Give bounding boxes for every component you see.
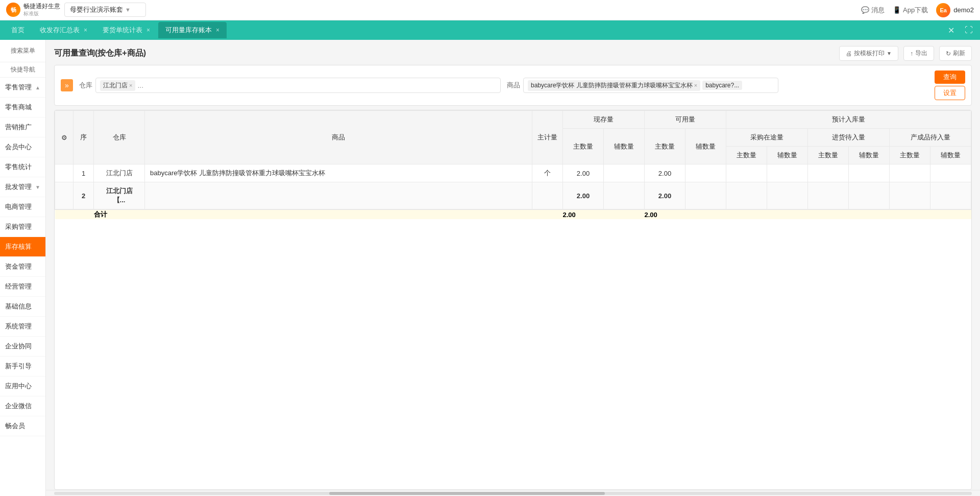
sidebar-item-app-center[interactable]: 应用中心 [0, 376, 45, 396]
sidebar-item-label: 系统管理 [5, 322, 32, 331]
product-tag-1-close[interactable]: × [694, 82, 697, 88]
warehouse-filter-group: 仓库 江北门店 × ... [79, 78, 501, 93]
tab-receipts[interactable]: 收发存汇总表 × [33, 22, 94, 38]
sidebar-item-basic-info[interactable]: 基础信息 [0, 297, 45, 317]
tab-receipts-label: 收发存汇总表 [40, 26, 80, 35]
warehouse-ellipsis[interactable]: ... [137, 81, 143, 89]
sidebar-item-label: 电商管理 [5, 202, 32, 211]
sidebar-item-label: 零售统计 [5, 162, 32, 172]
warehouse-tag-close[interactable]: × [129, 82, 132, 88]
col-settings-header[interactable]: ⚙ [55, 111, 74, 164]
query-btn[interactable]: 查询 [935, 70, 965, 84]
sidebar-item-wholesale-mgmt[interactable]: 批发管理 ▼ [0, 177, 45, 197]
scroll-thumb [329, 492, 604, 495]
warehouse-tag-container[interactable]: 江北门店 × ... [95, 78, 501, 93]
table-row-subtotal: 2 江北门店 【... 2.00 2.00 [55, 182, 971, 210]
subtotal-pur-transit-aux [767, 182, 808, 210]
sidebar-item-label: 基础信息 [5, 302, 32, 311]
bottom-scroll [46, 490, 980, 496]
industry-selector[interactable]: 母婴行业演示账套 ▼ [64, 3, 146, 17]
settings-btn[interactable]: 设置 [935, 86, 965, 100]
table-footer-row: 合计 2.00 2.00 [55, 209, 971, 219]
warehouse-tag-text: 江北门店 [103, 81, 128, 90]
row-pur-transit-main [726, 164, 767, 182]
expand-icon: ▼ [35, 184, 40, 190]
row-stock-aux [604, 164, 645, 182]
tab-inventory-close[interactable]: × [216, 27, 219, 34]
logo-text-block: 畅捷通好生意 标准版 [23, 3, 60, 17]
tab-close-all[interactable]: ✕ [945, 25, 958, 36]
sidebar-item-retail-shop[interactable]: 零售商城 [0, 98, 45, 117]
footer-stock-main: 2.00 [563, 209, 604, 219]
refresh-btn[interactable]: ↻ 刷新 [939, 46, 972, 61]
row-stock-main: 2.00 [563, 164, 604, 182]
footer-product [145, 209, 532, 219]
sidebar-item-enterprise-collab[interactable]: 企业协同 [0, 337, 45, 357]
footer-avail-main: 2.00 [645, 209, 685, 219]
row-fin-pend-aux [930, 164, 971, 182]
row-goods-pend-aux [849, 164, 890, 182]
sidebar-item-label: 企业协同 [5, 342, 32, 351]
subtotal-avail-main: 2.00 [645, 182, 685, 210]
sidebar-item-marketing[interactable]: 营销推广 [0, 117, 45, 137]
refresh-label: 刷新 [953, 49, 965, 58]
message-action[interactable]: 💬 消息 [861, 6, 885, 15]
col-stock-header: 现存量 [563, 111, 645, 129]
industry-label: 母婴行业演示账套 [70, 5, 123, 14]
filter-toggle-btn[interactable]: » [61, 79, 73, 91]
user-area[interactable]: Ea demo2 [936, 3, 974, 17]
chevron-down-icon: ▼ [887, 51, 892, 56]
sidebar-item-operations-mgmt[interactable]: 经营管理 [0, 277, 45, 297]
product-tag-container[interactable]: babycare学饮杯 儿童防摔防撞吸管杯重力球吸嘴杯宝宝水杯 × babyca… [523, 78, 778, 93]
sidebar-item-label: 企业微信 [5, 401, 32, 411]
tab-inventory[interactable]: 可用量库存账本 × [158, 22, 227, 38]
sidebar-item-new-guide[interactable]: 新手引导 [0, 357, 45, 376]
fin-pend-main-header: 主数量 [890, 147, 930, 164]
sidebar-item-retail-mgmt[interactable]: 零售管理 ▲ [0, 78, 45, 98]
sidebar-item-retail-stats[interactable]: 零售统计 [0, 157, 45, 177]
row-product: babycare学饮杯 儿童防摔防撞吸管杯重力球吸嘴杯宝宝水杯 [145, 164, 532, 182]
tab-home-label: 首页 [11, 26, 24, 35]
tab-orders-close[interactable]: × [146, 27, 150, 34]
subtotal-avail-aux [685, 182, 726, 210]
settings-icon: ⚙ [61, 134, 67, 141]
sidebar-item-label: 采购管理 [5, 222, 32, 231]
tab-orders-label: 要货单统计表 [103, 26, 142, 35]
search-menu-btn[interactable]: 搜索菜单 [3, 44, 42, 58]
page-header: 可用量查询(按仓库+商品) 🖨 按模板打印 ▼ ↑ 导出 ↻ 刷新 [46, 40, 980, 65]
print-btn[interactable]: 🖨 按模板打印 ▼ [839, 46, 898, 61]
sidebar-item-inventory-mgmt[interactable]: 库存核算 [0, 237, 45, 257]
export-btn[interactable]: ↑ 导出 [903, 46, 934, 61]
footer-goods-pend-aux [849, 209, 890, 219]
footer-num [74, 209, 94, 219]
sidebar-item-members[interactable]: 畅会员 [0, 416, 45, 436]
sidebar-item-system-mgmt[interactable]: 系统管理 [0, 317, 45, 337]
app-download-action[interactable]: 📱 App下载 [893, 6, 928, 15]
tab-orders[interactable]: 要货单统计表 × [95, 22, 157, 38]
sidebar-item-label: 批发管理 [5, 182, 32, 192]
sidebar-quick-nav[interactable]: 快捷导航 [0, 62, 45, 78]
row-settings [55, 164, 74, 182]
tab-home[interactable]: 首页 [4, 22, 32, 38]
subtotal-fin-pend-aux [930, 182, 971, 210]
goods-pending-header: 进货待入量 [808, 129, 890, 147]
subtotal-goods-pend-main [808, 182, 849, 210]
sidebar-item-ecommerce[interactable]: 电商管理 [0, 197, 45, 217]
sidebar-item-enterprise-wechat[interactable]: 企业微信 [0, 396, 45, 416]
sidebar-item-member-center[interactable]: 会员中心 [0, 137, 45, 157]
refresh-icon: ↻ [946, 50, 951, 57]
sidebar-item-label: 资金管理 [5, 262, 32, 271]
top-bar: 畅 畅捷通好生意 标准版 母婴行业演示账套 ▼ 💬 消息 📱 App下载 Ea … [0, 0, 980, 20]
scroll-track[interactable] [54, 492, 972, 495]
col-planned-header: 预计入库量 [726, 111, 971, 129]
tab-expand[interactable]: ⛶ [962, 25, 976, 36]
tab-receipts-close[interactable]: × [84, 27, 87, 34]
table-header-row-1: ⚙ 序 仓库 商品 主计量 现存量 可用量 预计入库量 [55, 111, 971, 129]
export-label: 导出 [915, 49, 927, 58]
sidebar-item-finance-mgmt[interactable]: 资金管理 [0, 257, 45, 277]
expand-icon: ▲ [35, 85, 40, 90]
product-filter-group: 商品 babycare学饮杯 儿童防摔防撞吸管杯重力球吸嘴杯宝宝水杯 × bab… [507, 78, 928, 93]
avatar: Ea [936, 3, 950, 17]
top-bar-left: 畅 畅捷通好生意 标准版 母婴行业演示账套 ▼ [6, 3, 146, 17]
sidebar-item-purchase-mgmt[interactable]: 采购管理 [0, 217, 45, 237]
